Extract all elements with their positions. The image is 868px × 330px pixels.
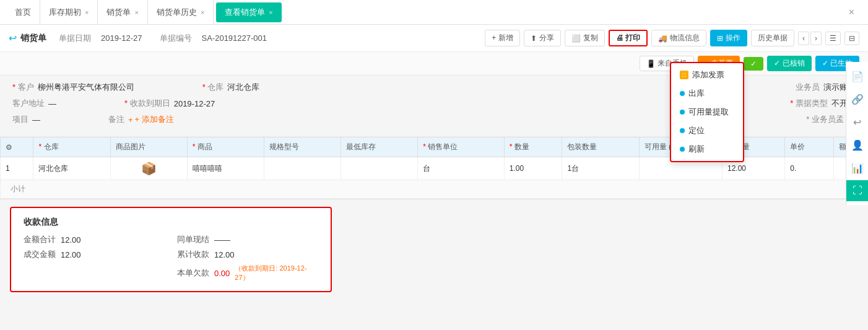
tab-sales-order[interactable]: 销货单 × — [98, 0, 147, 24]
row-warehouse: 河北仓库 — [33, 157, 110, 180]
staff-label: 业务员 — [796, 82, 820, 93]
project-label: 项目 — [12, 114, 28, 125]
doc-header: ↩ 销货单 单据日期 2019-12-27 单据编号 SA-20191227-0… — [0, 25, 868, 52]
same-order-label: 同单现结 — [177, 234, 209, 245]
list-view-button[interactable]: ☰ — [825, 32, 841, 45]
address-value: — — [48, 99, 56, 108]
payment-date-label: 收款到期日 — [124, 98, 170, 109]
available-qty-item[interactable]: 可用量提取 — [671, 103, 743, 121]
customer-field: 客户 柳州粤港平安气体有限公司 — [12, 82, 134, 93]
cumulative-item: 累计收款 12.00 — [177, 249, 318, 260]
outbound-item[interactable]: 出库 — [671, 84, 743, 103]
window-close-button[interactable]: × — [841, 7, 862, 18]
col-qty: 数量 — [504, 137, 562, 157]
nav-arrows: ‹ › — [798, 32, 822, 45]
warehouse-field: 仓库 河北仓库 — [202, 82, 260, 93]
tab-sales-history[interactable]: 销货单历史 × — [148, 0, 214, 24]
col-gear: ⚙ — [1, 137, 33, 157]
project-field: 项目 — — [12, 114, 40, 125]
available-qty-dot — [680, 110, 685, 115]
payment-box: 收款信息 金额合计 12.00 同单现结 —— 成交金额 12.00 累计收款 … — [10, 207, 332, 292]
outbound-dot — [680, 91, 685, 96]
remark-label: 备注 — [108, 114, 124, 125]
row-index: 1 — [1, 157, 33, 180]
new-button[interactable]: + 新增 — [485, 30, 519, 46]
locate-dot — [680, 128, 685, 133]
transaction-item: 成交金额 12.00 — [24, 249, 165, 260]
sidebar-user-icon[interactable]: 👤 — [846, 134, 868, 156]
ticket-type-label: 票据类型 — [790, 98, 828, 109]
gear-icon: ⚙ — [6, 143, 12, 152]
tab-close-sales-history[interactable]: × — [201, 9, 204, 16]
phone-icon: 📱 — [646, 59, 656, 68]
share-icon: ⬆ — [531, 34, 537, 43]
address-field: 客户地址 — — [12, 98, 56, 109]
doc-actions: + 新增 ⬆ 分享 ⬜ 复制 🖨 打印 🚚 物流信息 ⊞ 操作 历史单据 — [485, 30, 859, 46]
col-image: 商品图片 — [110, 137, 187, 157]
grid-icon: ⊞ — [717, 34, 723, 43]
add-invoice-item[interactable]: □ 添加发票 — [671, 66, 743, 84]
prev-button[interactable]: ‹ — [798, 32, 809, 45]
refresh-item[interactable]: 刷新 — [671, 140, 743, 158]
doc-title: 销货单 — [20, 33, 46, 44]
col-product: 商品 — [187, 137, 264, 157]
subtotal-row: 小计 — [1, 180, 868, 199]
row-image: 📦 — [110, 157, 187, 180]
payment-date-field: 收款到期日 2019-12-27 — [124, 98, 215, 109]
check-button[interactable]: ✓ — [744, 57, 763, 71]
tab-close-view-sales[interactable]: × — [269, 9, 272, 16]
remark-field: 备注 + + 添加备注 — [108, 114, 174, 125]
next-button[interactable]: › — [810, 32, 822, 45]
sidebar-link-icon[interactable]: 🔗 — [846, 89, 868, 110]
total-amount-label: 金额合计 — [24, 234, 56, 245]
operations-button[interactable]: ⊞ 操作 — [710, 30, 747, 46]
sidebar-chart-icon[interactable]: 📊 — [846, 157, 868, 179]
tab-view-sales[interactable]: 查看销货单 × — [216, 2, 281, 22]
sidebar-undo-icon[interactable]: ↩ — [846, 111, 868, 133]
logistics-button[interactable]: 🚚 物流信息 — [651, 30, 706, 46]
tab-home[interactable]: 首页 — [6, 0, 40, 24]
tab-inventory-init[interactable]: 库存期初 × — [40, 0, 98, 24]
number-value: SA-20191227-001 — [202, 33, 267, 43]
print-button[interactable]: 🖨 打印 — [609, 30, 648, 46]
total-amount-item: 金额合计 12.00 — [24, 234, 165, 245]
payment-grid: 金额合计 12.00 同单现结 —— 成交金额 12.00 累计收款 12.00… — [24, 234, 318, 282]
total-amount-value: 12.00 — [61, 235, 81, 245]
tab-close-sales[interactable]: × — [134, 9, 138, 16]
add-remark-button[interactable]: + + 添加备注 — [128, 114, 174, 125]
same-order-value: —— — [214, 235, 230, 245]
sidebar-expand-icon[interactable]: ⛶ — [846, 180, 868, 201]
share-button[interactable]: ⬆ 分享 — [524, 30, 561, 46]
copy-icon: ⬜ — [571, 34, 581, 43]
transaction-value: 12.00 — [61, 250, 81, 259]
warehouse-label: 仓库 — [202, 82, 224, 93]
row-price: 0. — [785, 157, 833, 180]
cumulative-label: 累计收款 — [177, 249, 209, 260]
warehouse-value: 河北仓库 — [227, 82, 259, 93]
locate-item[interactable]: 定位 — [671, 121, 743, 140]
row-spec — [264, 157, 341, 180]
row-product: 嘻嘻嘻嘻 — [187, 157, 264, 180]
history-button[interactable]: 历史单据 — [751, 30, 794, 46]
copy-button[interactable]: ⬜ 复制 — [565, 30, 605, 46]
date-label: 单据日期 — [59, 33, 91, 44]
col-unit: 销售单位 — [418, 137, 504, 157]
transaction-label: 成交金额 — [24, 249, 56, 260]
tab-close-inventory[interactable]: × — [85, 9, 89, 16]
sales-rep-label: * 业务员孟 — [806, 114, 844, 125]
sidebar-doc-icon[interactable]: 📄 — [846, 66, 868, 87]
effective-icon: ✓ — [822, 59, 828, 67]
col-spec: 规格型号 — [264, 137, 341, 157]
doc-icon: ↩ — [9, 32, 17, 44]
tab-bar: 首页 库存期初 × 销货单 × 销货单历史 × 查看销货单 × × — [0, 0, 868, 25]
payment-section: 收款信息 金额合计 12.00 同单现结 —— 成交金额 12.00 累计收款 … — [0, 199, 868, 300]
col-warehouse: 仓库 — [33, 137, 110, 157]
number-label: 单据编号 — [160, 33, 192, 44]
due-item: 本单欠款 0.00 （收款到期日: 2019-12-27） — [177, 264, 318, 282]
date-value: 2019-12-27 — [101, 33, 142, 43]
grid-view-button[interactable]: ⊟ — [844, 32, 859, 45]
sale-closed-button[interactable]: ✓ 已核销 — [767, 56, 811, 71]
due-label: 本单欠款 — [177, 267, 209, 279]
check-icon: ✓ — [750, 59, 757, 68]
app-container: 首页 库存期初 × 销货单 × 销货单历史 × 查看销货单 × × ↩ 销货单 … — [0, 0, 868, 300]
